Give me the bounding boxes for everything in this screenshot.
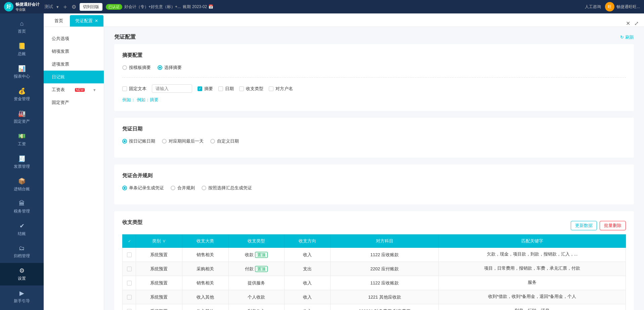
sidebar-item-fund[interactable]: 💰 资金管理: [0, 83, 44, 106]
fixed-text-input[interactable]: [152, 84, 192, 93]
radio-select-label: 选择摘要: [164, 65, 182, 71]
sidebar-item-report[interactable]: 📊 报表中心: [0, 61, 44, 83]
row-direction: 收入: [284, 248, 331, 262]
add-icon[interactable]: ＋: [62, 3, 68, 11]
sidebar-item-member[interactable]: ★ 畅会员: [0, 308, 44, 310]
summary-radio-group: 按模板摘要 选择摘要: [122, 65, 626, 71]
income-section: 收支类型 更新数据 批量删除 ✓ 类别 ∨: [114, 211, 634, 310]
checkbox-counterparty[interactable]: 对方户名: [269, 86, 293, 92]
row-category: 系统预置: [136, 248, 182, 262]
refresh-icon: ↻: [620, 35, 624, 40]
left-nav-public[interactable]: 公共选项: [44, 32, 104, 45]
header-checkbox[interactable]: ✓: [127, 239, 132, 243]
checkbox-type-box: [239, 86, 244, 91]
summary-title: 摘要配置: [122, 52, 626, 59]
row-checkbox-cell[interactable]: [123, 262, 136, 276]
row-major-type: 销售相关: [182, 248, 228, 262]
row-checkbox-cell[interactable]: [123, 276, 136, 290]
radio-journal-date[interactable]: 按日记账日期: [122, 138, 155, 144]
row-checkbox-cell[interactable]: [123, 290, 136, 304]
example-value: 例如：摘要: [137, 97, 159, 102]
tab-bar: 首页 凭证配置 ✕ ✕ ⤢: [44, 13, 644, 27]
window-close-icon[interactable]: ✕: [626, 20, 630, 27]
radio-custom-date[interactable]: 自定义日期: [210, 138, 239, 144]
sidebar-item-purchase[interactable]: 📦 进销台账: [0, 173, 44, 196]
sidebar-item-guide[interactable]: ▶ 新手引导: [0, 285, 44, 308]
sidebar-item-close[interactable]: ✔ 结账: [0, 218, 44, 241]
sidebar-item-assets[interactable]: 🏭 固定资产: [0, 106, 44, 128]
sidebar-item-invoice[interactable]: 🧾 发票管理: [0, 151, 44, 173]
row-checkbox-cell[interactable]: [123, 248, 136, 262]
radio-merge-rule[interactable]: 合并规则: [171, 185, 195, 191]
table-header-row: 收支类型 更新数据 批量删除: [122, 219, 626, 232]
user-avatar-area[interactable]: 旺 畅捷通旺旺...: [605, 2, 640, 11]
sidebar-item-settings[interactable]: ⚙ 设置: [0, 263, 44, 285]
checkbox-date[interactable]: 日期: [218, 86, 234, 92]
gear-icon[interactable]: ⚙: [72, 4, 76, 10]
topbar: 好 畅捷通好会计 专业版 测试 ▾ ＋ ⚙ 切到旧版 已认证 好会计（专）+好生…: [0, 0, 644, 13]
row-checkbox[interactable]: [127, 295, 132, 300]
row-checkbox[interactable]: [127, 281, 132, 285]
row-checkbox[interactable]: [127, 267, 132, 271]
page-title: 凭证配置: [114, 34, 136, 41]
sidebar-label-home: 首页: [18, 29, 26, 34]
sidebar-item-salary[interactable]: 💵 工资: [0, 128, 44, 151]
radio-aggregate[interactable]: 按照选择汇总生成凭证: [202, 185, 252, 191]
th-income-type: 收支类型: [228, 235, 284, 248]
sidebar-item-tax[interactable]: 🏛 税务管理: [0, 196, 44, 218]
row-keywords-text: 利息，行转，活息: [515, 308, 550, 310]
left-nav-purchase-invoice[interactable]: 进项发票: [44, 58, 104, 71]
batch-delete-button[interactable]: 批量删除: [600, 221, 626, 230]
sidebar-item-archive[interactable]: 🗂 归档管理: [0, 241, 44, 263]
sidebar-label-close: 结账: [18, 231, 26, 237]
left-nav-fixed-assets[interactable]: 固定资产: [44, 96, 104, 109]
right-content: 凭证配置 ↻ 刷新 摘要配置 按模板摘要: [104, 27, 644, 310]
sidebar-label-ledger: 总账: [18, 51, 26, 57]
radio-period-last-day[interactable]: 对应期间最后一天: [162, 138, 204, 144]
consult-link[interactable]: 人工咨询: [585, 4, 601, 10]
checkbox-type[interactable]: 收支类型: [239, 86, 263, 92]
tab-voucher-config[interactable]: 凭证配置 ✕: [70, 15, 103, 27]
row-checkbox[interactable]: [127, 309, 132, 310]
window-expand-icon[interactable]: ⤢: [634, 20, 639, 27]
checkbox-fixed-text[interactable]: 固定文本: [122, 86, 146, 92]
logo-text: 畅捷通好会计: [15, 2, 40, 7]
sidebar-item-ledger[interactable]: 📒 总账: [0, 38, 44, 61]
topbar-right: 人工咨询 旺 畅捷通旺旺...: [585, 2, 640, 11]
row-category: 系统预置: [136, 262, 182, 276]
radio-select-summary[interactable]: 选择摘要: [158, 65, 182, 71]
checkbox-summary[interactable]: ✓ 摘要: [198, 86, 213, 92]
left-nav-journal[interactable]: 日记账: [44, 71, 104, 83]
row-checkbox-cell[interactable]: [123, 304, 136, 310]
left-nav-payroll[interactable]: 工资表 NEW ▾: [44, 83, 104, 96]
refresh-button[interactable]: ↻ 刷新: [620, 34, 634, 40]
row-subject: 1122 应收账款: [331, 248, 439, 262]
new-badge: NEW: [75, 88, 85, 92]
radio-template-summary[interactable]: 按模板摘要: [122, 65, 151, 71]
th-direction: 收支方向: [284, 235, 331, 248]
summary-checkbox-row: 固定文本 ✓ 摘要 日期 收支类型: [122, 84, 626, 93]
left-nav-public-label: 公共选项: [52, 36, 69, 42]
tab-home[interactable]: 首页: [49, 15, 69, 27]
sidebar-label-purchase: 进销台账: [14, 186, 30, 192]
row-keywords-text: 欠款，现金，项目款，到款，报销款，汇入，...: [487, 251, 578, 257]
dropdown-arrow-icon[interactable]: ▾: [56, 4, 59, 9]
calendar-icon[interactable]: 📅: [208, 4, 213, 9]
table-row: 系统预置 收入其他 个人收款 收入 1221 其他应收款 收到*借款，收到*备用…: [123, 290, 626, 304]
sidebar-item-home[interactable]: ⌂ 首页: [0, 16, 44, 38]
radio-custom-date-circle: [210, 139, 215, 144]
update-data-button[interactable]: 更新数据: [571, 221, 597, 230]
checkbox-counterparty-box: [269, 86, 273, 91]
software-info: 好会计（专）+好生意（标）+...: [124, 4, 181, 10]
sidebar-label-fund: 资金管理: [14, 96, 30, 102]
radio-single-record[interactable]: 单条记录生成凭证: [122, 185, 164, 191]
switch-version-button[interactable]: 切到旧版: [80, 3, 102, 11]
top-badge[interactable]: 置顶: [255, 266, 268, 272]
left-nav-sale-invoice[interactable]: 销项发票: [44, 45, 104, 58]
th-checkbox[interactable]: ✓: [123, 235, 136, 248]
tab-close-icon[interactable]: ✕: [95, 18, 98, 23]
radio-aggregate-label: 按照选择汇总生成凭证: [208, 185, 252, 191]
top-badge[interactable]: 置顶: [255, 252, 268, 258]
row-checkbox[interactable]: [127, 253, 132, 257]
row-income-type: 个人收款: [228, 290, 284, 304]
